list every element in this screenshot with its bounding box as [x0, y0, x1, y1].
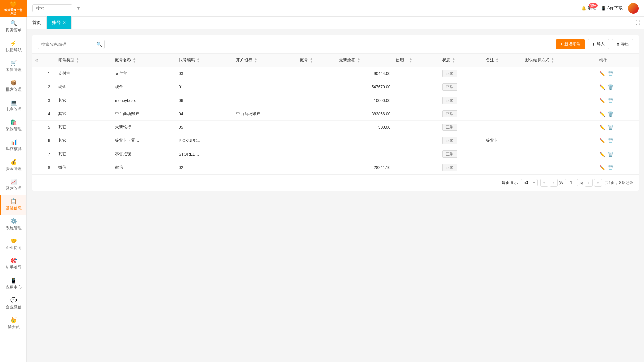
delete-icon[interactable]: 🗑️	[608, 98, 613, 103]
app-download-button[interactable]: 📱 App下载	[601, 5, 623, 11]
tab-account[interactable]: 账号 ✕	[47, 16, 72, 29]
sidebar-item-new-guide-label: 新手引导	[6, 265, 22, 270]
edit-icon[interactable]: ✏️	[599, 84, 605, 90]
row-balance: 500.00	[336, 121, 393, 134]
sidebar-item-wholesale-mgmt[interactable]: 📦 批发管理	[0, 76, 26, 96]
edit-icon[interactable]: ✏️	[599, 111, 605, 117]
settings-gear-icon[interactable]: ⚙	[35, 58, 39, 63]
dropdown-arrow-icon[interactable]: ▼	[76, 6, 81, 11]
sidebar-item-system-mgmt[interactable]: ⚙️ 系统管理	[0, 215, 26, 234]
delete-icon[interactable]: 🗑️	[608, 152, 613, 157]
page-first-button[interactable]: «	[540, 179, 548, 187]
import-label: 导入	[597, 41, 605, 47]
row-settings-cell	[32, 107, 42, 121]
row-default-settlement	[523, 107, 597, 121]
page-last-button[interactable]: »	[594, 179, 602, 187]
sidebar-item-ecommerce-mgmt[interactable]: 💻 电商管理	[0, 96, 26, 116]
row-remark	[483, 147, 523, 161]
tab-minimize-icon[interactable]: —	[624, 19, 631, 26]
row-code: 06	[176, 94, 233, 107]
sidebar-item-new-guide[interactable]: 🎯 新手引导	[0, 254, 26, 274]
enterprise-agreement-icon: 🤝	[10, 238, 17, 244]
notification-button[interactable]: 🔔 消息 99+	[581, 5, 596, 11]
col-status[interactable]: 状态 ▲▼	[440, 54, 483, 67]
edit-icon[interactable]: ✏️	[599, 125, 605, 130]
row-bank	[233, 147, 297, 161]
row-actions: ✏️ 🗑️	[597, 161, 639, 174]
row-settings-cell	[32, 80, 42, 94]
page-number-input[interactable]	[565, 179, 578, 186]
col-remark[interactable]: 备注 ▲▼	[483, 54, 523, 67]
wholesale-mgmt-icon: 📦	[10, 79, 17, 86]
page-next-button[interactable]: ›	[585, 179, 593, 187]
status-badge: 正常	[442, 83, 457, 90]
delete-icon[interactable]: 🗑️	[608, 138, 613, 143]
top-search-input[interactable]	[32, 4, 72, 12]
row-code: 01	[176, 80, 233, 94]
delete-icon[interactable]: 🗑️	[608, 165, 613, 170]
col-bank-label: 开户银行	[236, 58, 252, 62]
sidebar-item-vip-member[interactable]: 👑 畅会员	[0, 313, 26, 333]
col-default-settlement-label: 默认结算方式	[525, 58, 549, 62]
import-button[interactable]: ⬇ 导入	[588, 39, 609, 49]
sidebar-item-enterprise-wechat[interactable]: 💬 企业微信	[0, 294, 26, 313]
add-account-button[interactable]: + 新增账号	[556, 39, 585, 49]
row-code: 05	[176, 121, 233, 134]
page-size-select[interactable]: 50 10 20 100	[521, 179, 538, 186]
table-row: 6 其它 提货卡（零… PICKUPC... 正常 提货卡 ✏️ 🗑️	[32, 134, 639, 147]
row-code: PICKUPC...	[176, 134, 233, 147]
page-prev-button[interactable]: ‹	[550, 179, 558, 187]
sidebar-item-basic-info[interactable]: 📋 基础信息	[0, 195, 26, 215]
edit-icon[interactable]: ✏️	[599, 71, 605, 76]
user-avatar[interactable]	[628, 3, 639, 14]
sidebar-item-inventory[interactable]: 📊 库存核算	[0, 135, 26, 155]
col-type[interactable]: 账号类型 ▲▼	[56, 54, 112, 67]
edit-icon[interactable]: ✏️	[599, 165, 605, 170]
bell-icon: 🔔	[581, 6, 586, 11]
row-bank	[233, 134, 297, 147]
account-search-input[interactable]	[38, 40, 105, 49]
status-badge: 正常	[442, 70, 457, 77]
col-default-settlement[interactable]: 默认结算方式 ▲▼	[523, 54, 597, 67]
sidebar-item-operation-mgmt[interactable]: 📈 经营管理	[0, 175, 26, 195]
sidebar-item-enterprise-agreement[interactable]: 🤝 企业协同	[0, 234, 26, 254]
sidebar-item-quick-nav[interactable]: ⚡ 快捷导航	[0, 37, 26, 56]
sidebar-item-search[interactable]: 🔍 搜索菜单	[0, 17, 26, 37]
delete-icon[interactable]: 🗑️	[608, 125, 613, 130]
edit-icon[interactable]: ✏️	[599, 152, 605, 157]
row-name: 中百商场账户	[112, 107, 176, 121]
toolbar: 🔍 + 新增账号 ⬇ 导入 ⬆ 导出	[32, 35, 639, 54]
col-usage[interactable]: 使用... ▲▼	[393, 54, 440, 67]
col-balance[interactable]: 最新余额 ▲▼	[336, 54, 393, 67]
col-account[interactable]: 账号 ▲▼	[297, 54, 336, 67]
sidebar-item-ecommerce-label: 电商管理	[6, 107, 22, 112]
tab-maximize-icon[interactable]: ⛶	[634, 19, 641, 26]
edit-icon[interactable]: ✏️	[599, 138, 605, 143]
row-remark	[483, 80, 523, 94]
sidebar-item-retail-mgmt[interactable]: 🛒 零售管理	[0, 56, 26, 76]
col-name[interactable]: 账号名称 ▲▼	[112, 54, 176, 67]
total-text: 共1页，8条记录	[605, 180, 633, 186]
row-index: 1	[42, 67, 56, 80]
col-default-settlement-sort: ▲▼	[551, 57, 554, 63]
col-code[interactable]: 账号编码 ▲▼	[176, 54, 233, 67]
search-button-icon[interactable]: 🔍	[96, 42, 102, 47]
col-index	[42, 54, 56, 67]
sidebar-item-finance-mgmt[interactable]: 💰 资金管理	[0, 155, 26, 175]
notification-badge: 99+	[589, 3, 598, 8]
edit-icon[interactable]: ✏️	[599, 98, 605, 103]
tab-home[interactable]: 首页	[27, 16, 47, 29]
row-actions: ✏️ 🗑️	[597, 134, 639, 147]
delete-icon[interactable]: 🗑️	[608, 111, 613, 117]
delete-icon[interactable]: 🗑️	[608, 71, 613, 76]
download-icon: 📱	[601, 6, 606, 11]
col-bank[interactable]: 开户银行 ▲▼	[233, 54, 297, 67]
export-button[interactable]: ⬆ 导出	[612, 39, 633, 49]
sidebar-item-purchase-mgmt[interactable]: 🛍️ 采购管理	[0, 116, 26, 135]
delete-icon[interactable]: 🗑️	[608, 84, 613, 90]
row-default-settlement	[523, 161, 597, 174]
sidebar-item-app-center[interactable]: 📱 应用中心	[0, 274, 26, 294]
tab-close-icon[interactable]: ✕	[63, 20, 66, 25]
row-usage	[393, 134, 440, 147]
col-account-label: 账号	[300, 58, 308, 62]
